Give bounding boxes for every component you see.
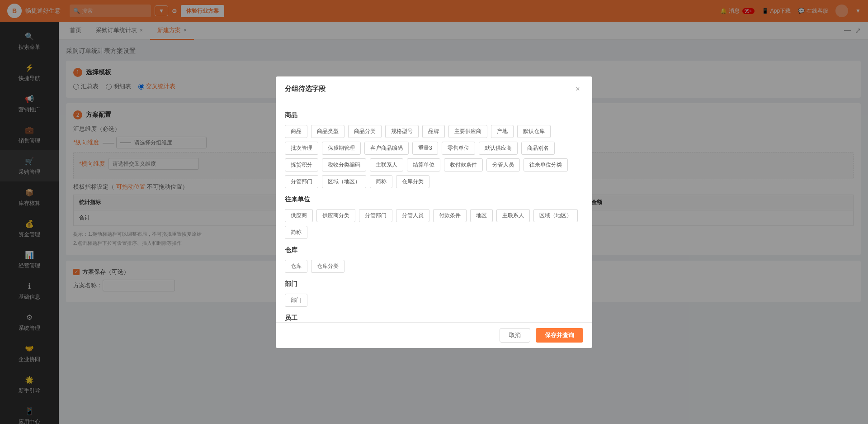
modal-footer: 取消 保存并查询 xyxy=(276,322,592,348)
field-tag-0-16[interactable]: 税收分类编码 xyxy=(322,158,366,172)
field-tag-0-6[interactable]: 产地 xyxy=(491,125,514,138)
field-tag-1-2[interactable]: 分管部门 xyxy=(359,209,392,222)
modal-header: 分组待选字段 × xyxy=(276,76,592,102)
field-tag-0-10[interactable]: 客户商品编码 xyxy=(364,142,409,155)
field-tag-0-3[interactable]: 规格型号 xyxy=(385,125,419,138)
modal-section-title-4: 员工 xyxy=(285,314,583,322)
modal-section-title-1: 往来单位 xyxy=(285,195,583,204)
modal-overlay: 分组待选字段 × 商品商品商品类型商品分类规格型号品牌主要供应商产地默认仓库批次… xyxy=(0,0,868,424)
field-tag-1-6[interactable]: 主联系人 xyxy=(496,209,530,222)
confirm-btn[interactable]: 保存并查询 xyxy=(536,328,583,343)
field-tag-0-7[interactable]: 默认仓库 xyxy=(517,125,551,138)
field-tag-0-5[interactable]: 主要供应商 xyxy=(448,125,487,138)
modal-section-title-2: 仓库 xyxy=(285,246,583,254)
field-tag-0-21[interactable]: 往来单位分类 xyxy=(524,158,568,172)
field-tag-0-25[interactable]: 仓库分类 xyxy=(396,175,429,188)
modal-body: 商品商品商品类型商品分类规格型号品牌主要供应商产地默认仓库批次管理保质期管理客户… xyxy=(276,102,592,322)
field-tag-1-3[interactable]: 分管人员 xyxy=(396,209,429,222)
modal-close-btn[interactable]: × xyxy=(572,84,583,95)
field-tag-0-2[interactable]: 商品分类 xyxy=(348,125,382,138)
field-tag-1-0[interactable]: 供应商 xyxy=(285,209,313,222)
field-tag-3-0[interactable]: 部门 xyxy=(285,294,307,307)
field-tag-1-1[interactable]: 供应商分类 xyxy=(316,209,355,222)
field-tag-0-15[interactable]: 拣货积分 xyxy=(285,158,318,172)
field-tag-0-13[interactable]: 默认供应商 xyxy=(479,142,518,155)
modal-section-fields-3: 部门 xyxy=(285,294,583,307)
field-tag-0-18[interactable]: 结算单位 xyxy=(407,158,440,172)
field-tag-0-9[interactable]: 保质期管理 xyxy=(322,142,361,155)
modal-section-title-0: 商品 xyxy=(285,111,583,119)
field-tag-0-11[interactable]: 重量3 xyxy=(412,142,438,155)
field-tag-0-12[interactable]: 零售单位 xyxy=(442,142,475,155)
field-tag-0-23[interactable]: 区域（地区） xyxy=(322,175,366,188)
modal-section-fields-1: 供应商供应商分类分管部门分管人员付款条件地区主联系人区域（地区）简称 xyxy=(285,209,583,239)
modal-section-fields-2: 仓库仓库分类 xyxy=(285,260,583,273)
field-tag-0-8[interactable]: 批次管理 xyxy=(285,142,318,155)
modal-title: 分组待选字段 xyxy=(285,85,326,93)
field-tag-0-20[interactable]: 分管人员 xyxy=(486,158,520,172)
field-tag-0-22[interactable]: 分管部门 xyxy=(285,175,318,188)
modal-section-fields-0: 商品商品类型商品分类规格型号品牌主要供应商产地默认仓库批次管理保质期管理客户商品… xyxy=(285,125,583,188)
field-tag-0-24[interactable]: 简称 xyxy=(370,175,392,188)
modal: 分组待选字段 × 商品商品商品类型商品分类规格型号品牌主要供应商产地默认仓库批次… xyxy=(276,76,592,348)
field-tag-1-5[interactable]: 地区 xyxy=(470,209,493,222)
field-tag-2-0[interactable]: 仓库 xyxy=(285,260,307,273)
modal-section-title-3: 部门 xyxy=(285,280,583,288)
field-tag-0-14[interactable]: 商品别名 xyxy=(521,142,555,155)
cancel-btn[interactable]: 取消 xyxy=(500,328,530,343)
field-tag-0-1[interactable]: 商品类型 xyxy=(311,125,344,138)
field-tag-0-19[interactable]: 收付款条件 xyxy=(444,158,483,172)
field-tag-1-7[interactable]: 区域（地区） xyxy=(533,209,578,222)
field-tag-2-1[interactable]: 仓库分类 xyxy=(311,260,344,273)
field-tag-0-0[interactable]: 商品 xyxy=(285,125,307,138)
field-tag-1-8[interactable]: 简称 xyxy=(285,226,307,239)
field-tag-0-17[interactable]: 主联系人 xyxy=(370,158,403,172)
field-tag-1-4[interactable]: 付款条件 xyxy=(433,209,467,222)
field-tag-0-4[interactable]: 品牌 xyxy=(422,125,445,138)
